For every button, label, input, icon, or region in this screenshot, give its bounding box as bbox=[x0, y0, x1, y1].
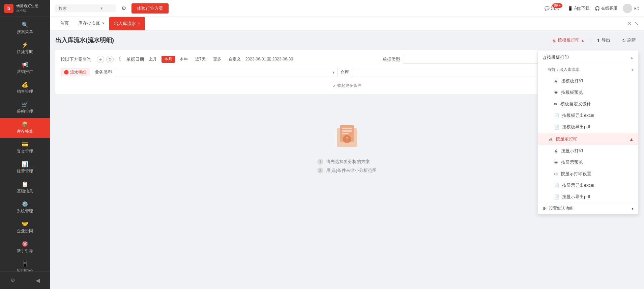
template-pdf-btn[interactable]: 📄 按模板导出pdf bbox=[538, 121, 638, 133]
print-dropdown-footer[interactable]: ⚙ 设置默认功能 ▾ bbox=[538, 203, 638, 214]
display-excel-label: 按显示导出excel bbox=[562, 182, 594, 188]
template-excel-icon: 📄 bbox=[554, 113, 559, 118]
template-excel-btn[interactable]: 📄 按模板导出excel bbox=[538, 110, 638, 121]
print-current-template: 当前：出入库流水 ▾ bbox=[538, 64, 638, 75]
display-section: 🖨 按显示打印 ▲ 🖨 按显示打印 👁 按显示预览 ⚙ 按显示打印设置 bbox=[538, 133, 638, 203]
default-settings-label: 设置默认功能 bbox=[549, 206, 573, 211]
display-settings-label: 按显示打印设置 bbox=[561, 171, 591, 177]
display-print-icon: 🖨 bbox=[554, 149, 558, 154]
default-settings-icon: ⚙ bbox=[543, 206, 546, 211]
print-dropdown-chevron-up: ▲ bbox=[630, 56, 634, 59]
display-section-header[interactable]: 🖨 按显示打印 ▲ bbox=[538, 133, 638, 145]
template-preview-label: 按模板预览 bbox=[561, 89, 583, 96]
template-preview-icon: 👁 bbox=[554, 90, 558, 95]
display-excel-icon: 📄 bbox=[554, 183, 559, 188]
display-print-btn[interactable]: 🖨 按显示打印 bbox=[538, 145, 638, 157]
template-section: 🖨 按模板打印 👁 按模板预览 ✏ 模板自定义设计 📄 按模板导出excel 📄 bbox=[538, 75, 638, 133]
template-print-btn[interactable]: 🖨 按模板打印 bbox=[538, 75, 638, 87]
display-preview-icon: 👁 bbox=[554, 160, 558, 165]
template-pdf-icon: 📄 bbox=[554, 125, 559, 130]
template-print-icon: 🖨 bbox=[554, 79, 558, 84]
print-dropdown-header: 🖨 按模板打印 ▲ bbox=[538, 51, 638, 64]
template-preview-btn[interactable]: 👁 按模板预览 bbox=[538, 87, 638, 98]
footer-chevron-icon: ▾ bbox=[632, 206, 634, 211]
main-area: ▾ ⚙ 体验行业方案 💬 消息 99 + 📱 App下载 🎧 在线客服 Rit bbox=[50, 0, 644, 289]
display-excel-btn[interactable]: 📄 按显示导出excel bbox=[538, 180, 638, 191]
display-section-icon: 🖨 bbox=[549, 137, 553, 142]
display-section-label: 按显示打印 bbox=[556, 136, 578, 142]
display-section-chevron: ▲ bbox=[629, 137, 634, 142]
current-template-label: 当前：出入库流水 bbox=[547, 67, 580, 73]
print-icon-header: 🖨 bbox=[543, 55, 547, 60]
display-pdf-btn[interactable]: 📄 按显示导出pdf bbox=[538, 191, 638, 203]
template-excel-label: 按模板导出excel bbox=[562, 112, 594, 119]
print-dropdown: 🖨 按模板打印 ▲ 当前：出入库流水 ▾ 🖨 按模板打印 👁 按模板预览 bbox=[537, 51, 639, 214]
template-custom-label: 模板自定义设计 bbox=[560, 101, 591, 107]
display-pdf-label: 按显示导出pdf bbox=[562, 194, 590, 200]
display-settings-btn[interactable]: ⚙ 按显示打印设置 bbox=[538, 168, 638, 180]
page-content: 出入库流水(流水明细) 🖨 按模板打印 ▲ | ⬆ 导出 | ↻ bbox=[50, 30, 644, 289]
display-print-label: 按显示打印 bbox=[561, 148, 583, 154]
template-custom-btn[interactable]: ✏ 模板自定义设计 bbox=[538, 98, 638, 110]
template-pdf-label: 按模板导出pdf bbox=[562, 124, 590, 130]
display-preview-label: 按显示预览 bbox=[561, 159, 583, 165]
display-settings-icon: ⚙ bbox=[554, 172, 558, 177]
template-custom-icon: ✏ bbox=[554, 102, 558, 107]
current-template-chevron: ▾ bbox=[632, 68, 634, 72]
print-dropdown-title: 按模板打印 bbox=[547, 54, 569, 60]
template-print-label: 按模板打印 bbox=[561, 78, 583, 84]
display-pdf-icon: 📄 bbox=[554, 194, 559, 200]
display-preview-btn[interactable]: 👁 按显示预览 bbox=[538, 157, 638, 168]
